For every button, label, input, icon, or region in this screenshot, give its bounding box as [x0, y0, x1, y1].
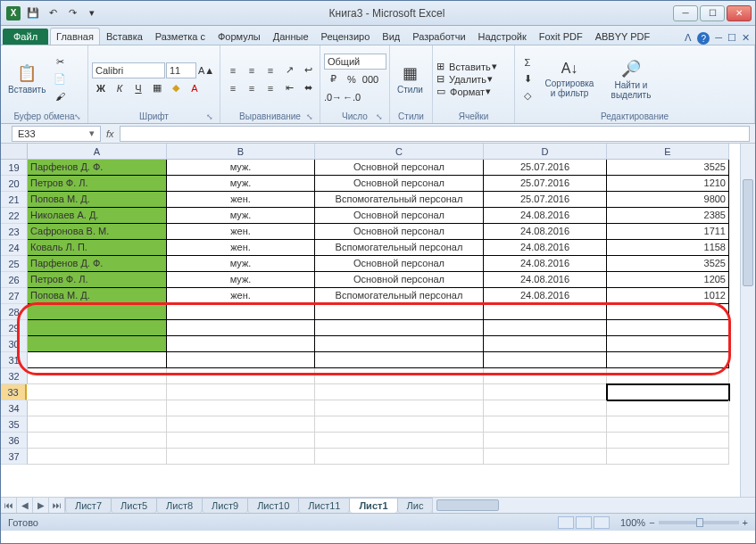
- row-header-23[interactable]: 23: [1, 224, 28, 240]
- sheet-tab-1[interactable]: Лист5: [111, 498, 157, 513]
- sort-filter-button[interactable]: A↓ Сортировка и фильтр: [538, 59, 601, 100]
- row-header-33[interactable]: 33: [1, 384, 27, 400]
- cell-A36[interactable]: [28, 433, 167, 449]
- row-header-20[interactable]: 20: [1, 176, 28, 192]
- zoom-in-button[interactable]: +: [743, 517, 748, 528]
- cell-C22[interactable]: Основной персонал: [315, 208, 484, 224]
- cell-D32[interactable]: [484, 368, 607, 384]
- cell-D29[interactable]: [484, 320, 607, 336]
- styles-button[interactable]: ▦ Стили: [394, 62, 427, 96]
- view-pagebreak-button[interactable]: [594, 516, 610, 529]
- ribbon-tab-4[interactable]: Данные: [267, 28, 315, 45]
- delete-cells-button[interactable]: ⊟ Удалить ▾: [436, 73, 497, 85]
- undo-button[interactable]: ↶: [44, 4, 62, 22]
- cell-C33[interactable]: [315, 384, 484, 400]
- cell-B26[interactable]: муж.: [167, 272, 315, 288]
- select-all-corner[interactable]: [1, 144, 28, 160]
- cell-C24[interactable]: Вспомогательный персонал: [315, 240, 484, 256]
- doc-close-icon[interactable]: ✕: [742, 32, 750, 45]
- doc-max-icon[interactable]: ☐: [727, 32, 736, 45]
- ribbon-tab-7[interactable]: Разработчи: [406, 28, 471, 45]
- row-header-35[interactable]: 35: [1, 416, 28, 433]
- percent-button[interactable]: %: [343, 71, 361, 87]
- cell-E35[interactable]: [607, 416, 729, 433]
- sheet-tab-0[interactable]: Лист7: [65, 498, 112, 513]
- ribbon-tab-8[interactable]: Надстройк: [472, 28, 533, 45]
- cell-E21[interactable]: 9800: [607, 192, 729, 208]
- cell-B31[interactable]: [167, 352, 315, 368]
- cell-D20[interactable]: 25.07.2016: [484, 176, 607, 192]
- cell-E25[interactable]: 3525: [607, 256, 729, 272]
- ribbon-tab-5[interactable]: Рецензиро: [315, 28, 377, 45]
- align-center-button[interactable]: ≡: [243, 80, 261, 96]
- increase-decimal-button[interactable]: .0→: [324, 89, 342, 105]
- cell-A25[interactable]: Парфенов Д. Ф.: [28, 256, 167, 272]
- row-header-31[interactable]: 31: [1, 352, 28, 368]
- align-bottom-button[interactable]: ≡: [262, 62, 279, 78]
- sheet-tab-5[interactable]: Лист11: [298, 498, 350, 513]
- row-header-22[interactable]: 22: [1, 208, 28, 224]
- minimize-button[interactable]: ─: [673, 5, 698, 21]
- font-name-combo[interactable]: Calibri: [92, 62, 165, 78]
- row-header-28[interactable]: 28: [1, 304, 28, 320]
- orientation-button[interactable]: ↗: [280, 62, 298, 78]
- cell-C20[interactable]: Основной персонал: [315, 176, 484, 192]
- cell-C31[interactable]: [315, 352, 484, 368]
- row-header-25[interactable]: 25: [1, 256, 28, 272]
- cell-A24[interactable]: Коваль Л. П.: [28, 240, 167, 256]
- find-select-button[interactable]: 🔎 Найти и выделить: [602, 57, 660, 102]
- redo-button[interactable]: ↷: [63, 4, 81, 22]
- column-header-B[interactable]: B: [167, 144, 315, 160]
- column-header-D[interactable]: D: [484, 144, 607, 160]
- cut-button[interactable]: ✂: [51, 54, 69, 70]
- horizontal-scrollbar[interactable]: [432, 498, 755, 513]
- cell-C27[interactable]: Вспомогательный персонал: [315, 288, 484, 304]
- cell-C21[interactable]: Вспомогательный персонал: [315, 192, 484, 208]
- row-header-30[interactable]: 30: [1, 336, 28, 352]
- cell-E30[interactable]: [607, 336, 729, 352]
- cell-A21[interactable]: Попова М. Д.: [28, 192, 167, 208]
- cell-A26[interactable]: Петров Ф. Л.: [28, 272, 167, 288]
- row-header-29[interactable]: 29: [1, 320, 28, 336]
- cell-B28[interactable]: [167, 304, 315, 320]
- underline-button[interactable]: Ч: [129, 80, 147, 96]
- ribbon-tab-6[interactable]: Вид: [376, 28, 406, 45]
- row-header-34[interactable]: 34: [1, 400, 28, 416]
- cell-E27[interactable]: 1012: [607, 288, 729, 304]
- cell-A27[interactable]: Попова М. Д.: [28, 288, 167, 304]
- cell-A28[interactable]: [28, 304, 167, 320]
- ribbon-tab-9[interactable]: Foxit PDF: [533, 28, 589, 45]
- dialog-launcher-icon[interactable]: ⤡: [73, 112, 82, 121]
- cell-B33[interactable]: [167, 384, 315, 400]
- cell-C34[interactable]: [315, 400, 484, 416]
- cell-A30[interactable]: [28, 336, 167, 352]
- row-header-19[interactable]: 19: [1, 160, 28, 176]
- cell-C37[interactable]: [315, 449, 484, 465]
- file-tab[interactable]: Файл: [3, 29, 48, 45]
- bold-button[interactable]: Ж: [92, 80, 110, 96]
- zoom-slider[interactable]: [659, 521, 739, 524]
- cell-D34[interactable]: [484, 400, 607, 416]
- cell-C23[interactable]: Основной персонал: [315, 224, 484, 240]
- view-layout-button[interactable]: [576, 516, 592, 529]
- scroll-thumb[interactable]: [436, 499, 499, 511]
- cell-A22[interactable]: Николаев А. Д.: [28, 208, 167, 224]
- save-button[interactable]: 💾: [24, 4, 42, 22]
- minimize-ribbon-icon[interactable]: ᐱ: [685, 32, 692, 45]
- doc-min-icon[interactable]: ─: [715, 32, 722, 45]
- cells-area[interactable]: Парфенов Д. Ф.муж.Основной персонал25.07…: [28, 160, 729, 465]
- cell-B34[interactable]: [167, 400, 315, 416]
- cell-B22[interactable]: муж.: [167, 208, 315, 224]
- cell-D33[interactable]: [484, 384, 607, 400]
- column-header-A[interactable]: A: [28, 144, 167, 160]
- cell-B27[interactable]: жен.: [167, 288, 315, 304]
- cell-D22[interactable]: 24.08.2016: [484, 208, 607, 224]
- cell-A20[interactable]: Петров Ф. Л.: [28, 176, 167, 192]
- cell-C32[interactable]: [315, 368, 484, 384]
- comma-button[interactable]: 000: [361, 71, 379, 87]
- font-color-button[interactable]: A: [186, 80, 204, 96]
- cell-E33[interactable]: [607, 384, 729, 400]
- cell-B29[interactable]: [167, 320, 315, 336]
- help-icon[interactable]: ?: [697, 32, 710, 45]
- clear-button[interactable]: ◇: [519, 88, 536, 104]
